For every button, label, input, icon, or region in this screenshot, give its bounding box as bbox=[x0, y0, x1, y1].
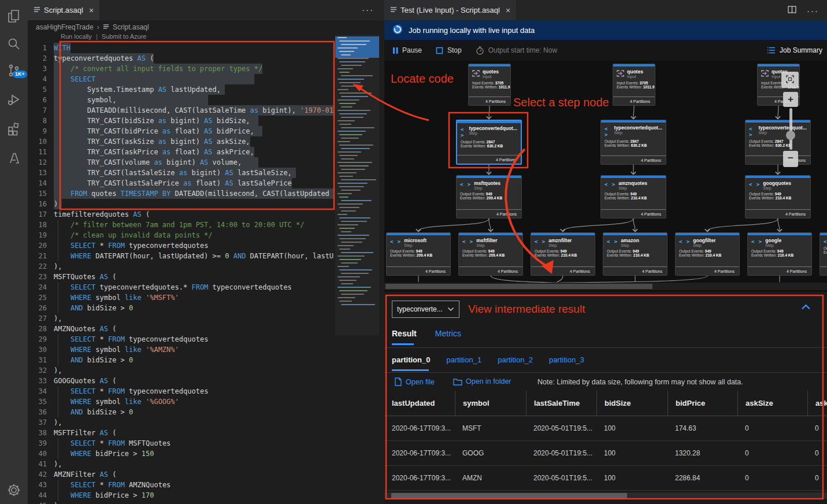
code-line[interactable]: 23MSFTQuotes AS ( bbox=[28, 272, 334, 282]
code-line[interactable]: 26 AND bidSize > 0 bbox=[28, 303, 334, 313]
code-line[interactable]: 5 System.Timestamp AS lastUpdated, bbox=[28, 84, 334, 95]
code-line[interactable]: 11 TRY_CAST(askPrice as float) AS askPri… bbox=[28, 147, 334, 157]
code-line[interactable]: 34 SELECT * FROM typeconvertedquotes bbox=[28, 386, 334, 396]
open-in-folder-button[interactable]: Open in folder bbox=[453, 377, 511, 386]
tab-script-asaql[interactable]: Script.asaql × bbox=[28, 0, 99, 20]
code-line[interactable]: 19 /* clean up invalid data points */ bbox=[28, 230, 334, 240]
collapse-panel-button[interactable] bbox=[801, 303, 811, 312]
zoom-slider-track[interactable] bbox=[789, 108, 792, 150]
breadcrumb-folder[interactable]: asaHighFreqTrade bbox=[36, 23, 94, 31]
diagram-node-googquotes[interactable]: < >googquotesStepOutput Events: 949Event… bbox=[745, 175, 811, 218]
submit-to-azure-link[interactable]: Submit to Azure bbox=[102, 33, 147, 40]
code-line[interactable]: 42AMZNFilter AS ( bbox=[28, 469, 334, 480]
panel-more-actions-icon[interactable]: ··· bbox=[807, 6, 819, 16]
code-line[interactable]: 24 SELECT typeconvertedquotes.* FROM typ… bbox=[28, 282, 334, 292]
code-line[interactable]: 10 TRY_CAST(askSize as bigint) AS askSiz… bbox=[28, 136, 334, 147]
code-line[interactable]: 43 SELECT * FROM AMZNQuotes bbox=[28, 480, 334, 490]
code-line[interactable]: 9 TRY_CAST(bidPrice as float) AS bidPric… bbox=[28, 126, 334, 136]
diagram-node-partial[interactable]: < >StepOutput Events: 949Events Written:… bbox=[819, 232, 827, 276]
zoom-in-button[interactable]: + bbox=[783, 92, 798, 107]
search-icon[interactable] bbox=[0, 32, 28, 55]
stop-button[interactable]: Stop bbox=[436, 46, 462, 54]
minimap[interactable] bbox=[335, 35, 379, 335]
tab-partition-0[interactable]: partition_0 bbox=[392, 351, 430, 372]
code-line[interactable]: 18 /* filter between 7am and 1pm PST, 14… bbox=[28, 220, 334, 230]
code-line[interactable]: 30 WHERE symbol like '%AMZN%' bbox=[28, 344, 334, 355]
code-line[interactable]: 2typeconvertedquotes AS ( bbox=[28, 53, 334, 64]
tab-partition-1[interactable]: partition_1 bbox=[446, 351, 481, 372]
diagram-scrollbar[interactable] bbox=[384, 283, 827, 290]
settings-gear-icon[interactable] bbox=[0, 479, 28, 502]
code-line[interactable]: 31 AND bidSize > 0 bbox=[28, 355, 334, 365]
run-debug-icon[interactable] bbox=[0, 88, 28, 111]
breadcrumb[interactable]: asaHighFreqTrade › Script.asaql bbox=[36, 20, 149, 34]
code-line[interactable]: 12 TRY_CAST(volume as bigint) AS volume, bbox=[28, 157, 334, 168]
zoom-slider-handle[interactable] bbox=[786, 131, 795, 140]
run-locally-link[interactable]: Run locally bbox=[61, 33, 92, 40]
diagram-node-google[interactable]: < >googleStepOutput Events: 949Events Wr… bbox=[747, 232, 812, 276]
step-select-dropdown[interactable]: typeconverte... bbox=[392, 301, 459, 318]
tab-result[interactable]: Result bbox=[392, 324, 417, 347]
zoom-out-button[interactable]: − bbox=[783, 151, 798, 167]
code-line[interactable]: 17timefilteredquotes AS ( bbox=[28, 209, 334, 220]
breadcrumb-file[interactable]: Script.asaql bbox=[113, 23, 149, 31]
result-scrollbar[interactable] bbox=[384, 492, 827, 499]
source-control-icon[interactable]: 1K+ bbox=[0, 58, 28, 84]
diagram-node-msftquotes[interactable]: < >msftquotesStepOutput Events: 949Event… bbox=[456, 175, 522, 218]
code-line[interactable]: 40 WHERE bidPrice > 150 bbox=[28, 449, 334, 459]
code-line[interactable]: 6 symbol, bbox=[28, 95, 334, 105]
explorer-icon[interactable] bbox=[0, 5, 28, 28]
code-line[interactable]: 8 TRY_CAST(bidSize as bigint) AS bidSize… bbox=[28, 116, 334, 126]
code-line[interactable]: 37), bbox=[28, 417, 334, 428]
job-summary-button[interactable]: Job Summary bbox=[767, 46, 822, 54]
result-scrollbar-thumb[interactable] bbox=[391, 493, 627, 498]
code-line[interactable]: 20 SELECT * FROM typeconvertedquotes bbox=[28, 240, 334, 251]
fit-to-screen-button[interactable] bbox=[781, 72, 799, 88]
diagram-node-amazon[interactable]: < >amazonStepOutput Events: 949Events Wr… bbox=[603, 232, 667, 276]
diagram-node-amznfilter[interactable]: < >amznfilterStepOutput Events: 949Event… bbox=[531, 232, 595, 276]
code-line[interactable]: 22), bbox=[28, 261, 334, 272]
tab-test-live-input[interactable]: Test (Live Input) - Script.asaql × bbox=[384, 0, 516, 20]
diagram-node-tcq-2[interactable]: < >typeconvertedquot...StepOutput Events… bbox=[600, 120, 666, 165]
diagram-node-quotes-1[interactable]: quotesInputInput Events: 3705Events Writ… bbox=[468, 64, 511, 106]
tab-partition-2[interactable]: partition_2 bbox=[498, 351, 533, 372]
editor-more-actions-icon[interactable]: ··· bbox=[362, 5, 374, 14]
diagram-node-tcq-3[interactable]: < >typeconvertedquot...StepOutput Events… bbox=[745, 120, 811, 165]
diagram-node-amznquotes[interactable]: < >amznquotesStepOutput Events: 949Event… bbox=[600, 175, 666, 218]
open-file-button[interactable]: Open file bbox=[394, 377, 435, 386]
diagram-node-microsoft[interactable]: < >microsoftStepOutput Events: 949Events… bbox=[386, 232, 451, 276]
code-line[interactable]: 14 TRY_CAST(lastSalePrice as float) AS l… bbox=[28, 178, 334, 188]
pause-button[interactable]: Pause bbox=[392, 46, 422, 54]
close-icon[interactable]: × bbox=[506, 6, 510, 15]
azure-icon[interactable] bbox=[0, 147, 28, 170]
code-line[interactable]: 44 WHERE bidPrice > 170 bbox=[28, 490, 334, 501]
diagram-node-googfilter[interactable]: < >googfilterStepOutput Events: 949Event… bbox=[675, 232, 740, 276]
code-line[interactable]: 3 /* convert all input fields to proper … bbox=[28, 64, 334, 74]
code-line[interactable]: 4 SELECT bbox=[28, 74, 334, 84]
tab-metrics[interactable]: Metrics bbox=[435, 324, 461, 347]
diagram-scrollbar-thumb[interactable] bbox=[385, 284, 652, 289]
code-line[interactable]: 41), bbox=[28, 459, 334, 469]
code-line[interactable]: 25 WHERE symbol like '%MSFT%' bbox=[28, 292, 334, 303]
extensions-icon[interactable] bbox=[0, 117, 28, 140]
code-line[interactable]: 7 DATEADD(millisecond, CAST(lastSaleTime… bbox=[28, 105, 334, 116]
code-line[interactable]: 45) bbox=[28, 501, 334, 504]
code-line[interactable]: 27), bbox=[28, 313, 334, 324]
output-start-time[interactable]: Output start time: Now bbox=[476, 46, 557, 55]
code-line[interactable]: 38MSFTFilter AS ( bbox=[28, 428, 334, 438]
code-line[interactable]: 32), bbox=[28, 365, 334, 376]
code-line[interactable]: 1WITH bbox=[28, 43, 334, 53]
code-line[interactable]: 35 WHERE symbol like '%GOOG%' bbox=[28, 396, 334, 407]
code-line[interactable]: 15 FROM quotes TIMESTAMP BY DATEADD(mill… bbox=[28, 188, 334, 199]
diagram-node-msftfilter[interactable]: < >msftfilterStepOutput Events: 949Event… bbox=[458, 232, 523, 276]
tab-partition-3[interactable]: partition_3 bbox=[549, 351, 584, 372]
split-editor-icon[interactable] bbox=[788, 5, 796, 16]
code-line[interactable]: 28AMZNQuotes AS ( bbox=[28, 324, 334, 334]
code-line[interactable]: 13 TRY_CAST(lastSaleSize as bigint) AS l… bbox=[28, 168, 334, 178]
diagram-node-quotes-2[interactable]: quotesInputInput Events: 3705Events Writ… bbox=[613, 64, 655, 106]
code-editor[interactable]: 1WITH2typeconvertedquotes AS (3 /* conve… bbox=[28, 43, 334, 504]
code-line[interactable]: 21 WHERE DATEPART(hour, lastUpdated) >= … bbox=[28, 251, 334, 261]
code-line[interactable]: 16), bbox=[28, 199, 334, 209]
close-icon[interactable]: × bbox=[89, 6, 94, 15]
code-line[interactable]: 33GOOGQuotes AS ( bbox=[28, 376, 334, 386]
